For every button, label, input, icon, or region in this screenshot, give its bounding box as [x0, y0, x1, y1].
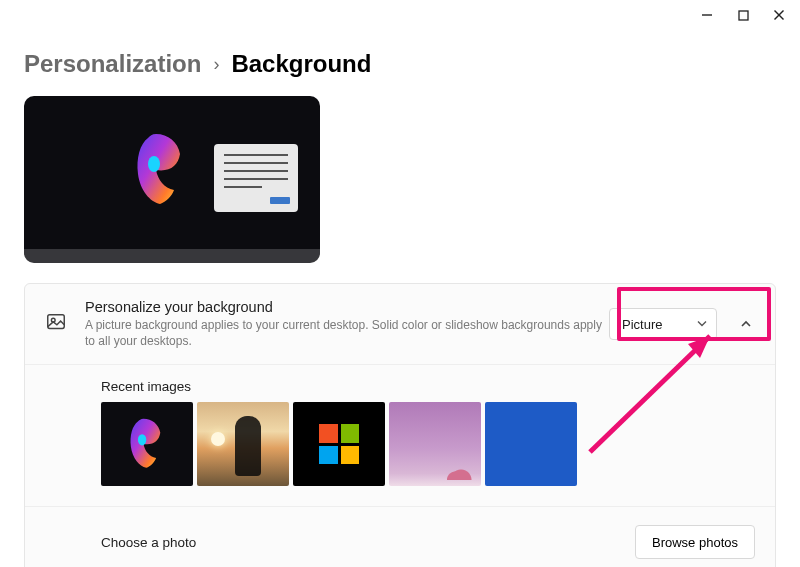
- window-titlebar: [0, 0, 800, 28]
- recent-image-blossom[interactable]: [389, 402, 481, 486]
- preview-wallpaper-icon: [130, 130, 192, 210]
- recent-image-grid-blue[interactable]: [485, 402, 577, 486]
- breadcrumb-parent[interactable]: Personalization: [24, 50, 201, 78]
- personalize-title: Personalize your background: [85, 299, 609, 315]
- recent-image-silhouette[interactable]: [197, 402, 289, 486]
- chevron-down-icon: [697, 317, 707, 332]
- svg-rect-1: [739, 11, 748, 20]
- choose-photo-label: Choose a photo: [101, 535, 196, 550]
- preview-taskbar-icon: [24, 249, 320, 263]
- desktop-preview: [24, 96, 320, 263]
- chevron-right-icon: ›: [213, 54, 219, 75]
- background-type-dropdown[interactable]: Picture: [609, 308, 717, 340]
- page-title: Background: [231, 50, 371, 78]
- picture-icon: [45, 311, 67, 337]
- recent-images-section: Recent images: [25, 364, 775, 506]
- breadcrumb: Personalization › Background: [0, 28, 800, 96]
- minimize-button[interactable]: [700, 8, 714, 22]
- collapse-section-button[interactable]: [737, 318, 755, 330]
- recent-image-windows-logo[interactable]: [293, 402, 385, 486]
- svg-point-4: [148, 156, 160, 172]
- choose-photo-row: Choose a photo Browse photos: [25, 506, 775, 567]
- recent-image-helmet[interactable]: [101, 402, 193, 486]
- browse-photos-button[interactable]: Browse photos: [635, 525, 755, 559]
- personalize-background-row: Personalize your background A picture ba…: [25, 284, 775, 364]
- svg-point-7: [138, 435, 146, 446]
- background-type-value: Picture: [622, 317, 662, 332]
- close-button[interactable]: [772, 8, 786, 22]
- preview-sample-window-icon: [214, 144, 298, 212]
- personalize-description: A picture background applies to your cur…: [85, 317, 605, 349]
- maximize-button[interactable]: [736, 8, 750, 22]
- recent-images-title: Recent images: [101, 379, 755, 394]
- background-settings-panel: Personalize your background A picture ba…: [24, 283, 776, 567]
